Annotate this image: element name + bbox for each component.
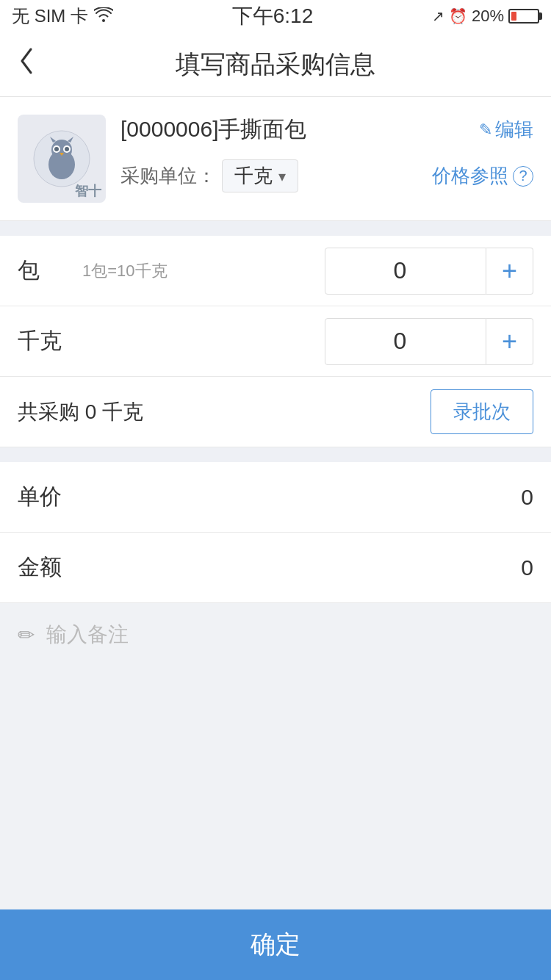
status-bar: 无 SIM 卡 下午6:12 ↗ ⏰ 20% <box>0 0 551 32</box>
batch-button[interactable]: 录批次 <box>431 389 533 434</box>
unit-price-row: 单价 0 <box>0 462 551 533</box>
kg-label: 千克 <box>18 326 76 356</box>
unit-price-label: 单价 <box>18 482 62 512</box>
nav-bar: 填写商品采购信息 <box>0 32 551 97</box>
location-icon: ↗ <box>432 7 444 25</box>
package-plus-button[interactable]: + <box>486 248 533 295</box>
help-icon[interactable]: ? <box>513 166 533 187</box>
unit-price-value: 0 <box>521 485 533 510</box>
notes-placeholder: 输入备注 <box>46 621 129 649</box>
pencil-icon: ✏ <box>18 623 35 647</box>
unit-label: 采购单位： <box>120 163 216 189</box>
kg-input[interactable] <box>325 318 486 365</box>
kg-plus-button[interactable]: + <box>486 318 533 365</box>
amount-value: 0 <box>521 555 533 580</box>
notes-section[interactable]: ✏ 输入备注 <box>0 603 551 666</box>
package-input[interactable] <box>325 248 486 295</box>
svg-point-5 <box>54 147 59 151</box>
product-name: [0000006]手撕面包 <box>120 115 306 145</box>
battery-percent: 20% <box>472 7 504 26</box>
product-info: [0000006]手撕面包 ✎ 编辑 采购单位： 千克 ▾ 价格参照 ? <box>120 115 533 192</box>
summary-text: 共采购 0 千克 <box>18 398 143 426</box>
price-section: 单价 0 金额 0 <box>0 462 551 603</box>
product-thumbnail: 智十 <box>18 115 106 203</box>
divider-band-1 <box>0 221 551 236</box>
product-section: 智十 [0000006]手撕面包 ✎ 编辑 采购单位： 千克 ▾ <box>0 97 551 221</box>
back-button[interactable] <box>18 46 35 82</box>
product-brand-label: 智十 <box>75 182 101 200</box>
kg-row: 千克 + <box>0 306 551 377</box>
divider-band-2 <box>0 447 551 462</box>
dropdown-icon: ▾ <box>278 167 286 185</box>
summary-row: 共采购 0 千克 录批次 <box>0 377 551 447</box>
confirm-button[interactable]: 确定 <box>0 909 551 980</box>
status-time: 下午6:12 <box>232 2 314 30</box>
empty-area <box>0 666 551 887</box>
summary-amount: 0 <box>85 400 97 423</box>
price-ref-button[interactable]: 价格参照 ? <box>432 163 533 189</box>
amount-row: 金额 0 <box>0 533 551 603</box>
confirm-label: 确定 <box>251 928 300 962</box>
wifi-icon <box>94 6 113 26</box>
edit-button[interactable]: ✎ 编辑 <box>479 117 533 143</box>
amount-label: 金额 <box>18 552 62 583</box>
sim-text: 无 SIM 卡 <box>12 4 88 28</box>
package-input-wrap: + <box>325 248 533 295</box>
battery-icon <box>508 9 539 24</box>
kg-input-wrap: + <box>325 318 533 365</box>
summary-unit: 千克 <box>102 400 143 423</box>
package-sublabel: 1包=10千克 <box>82 260 325 282</box>
svg-point-6 <box>65 147 69 151</box>
package-label: 包 <box>18 256 76 286</box>
input-section: 包 1包=10千克 + 千克 + 共采购 0 千克 <box>0 236 551 447</box>
alarm-icon: ⏰ <box>449 7 467 25</box>
package-row: 包 1包=10千克 + <box>0 236 551 306</box>
page-title: 填写商品采购信息 <box>176 48 375 82</box>
unit-selector[interactable]: 千克 ▾ <box>222 159 298 192</box>
